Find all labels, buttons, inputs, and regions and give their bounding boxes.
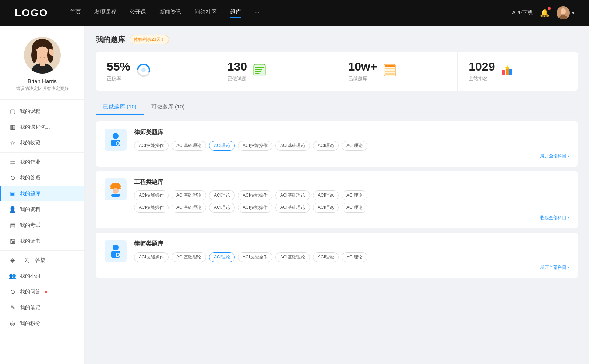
nav-discover[interactable]: 发现课程 — [94, 8, 116, 18]
app-download-button[interactable]: APP下载 — [512, 10, 533, 16]
tag-2-3[interactable]: ACI技能操作 — [238, 190, 272, 200]
course-packs-icon: ▦ — [9, 124, 16, 131]
svg-point-6 — [31, 48, 37, 63]
nav-questionbank[interactable]: 题库 — [230, 8, 241, 18]
stat-label-done-banks: 已做题库 — [348, 75, 377, 82]
sidebar-item-question-bank[interactable]: ▣ 我的题库 — [0, 186, 84, 201]
collapse-link-2[interactable]: 收起全部科目 › — [134, 215, 569, 221]
expand-link-3[interactable]: 展开全部科目 › — [134, 264, 569, 271]
stat-info-ranking: 1029 全站排名 — [469, 61, 495, 82]
tag-2-4[interactable]: ACI基础理论 — [275, 190, 310, 200]
svg-point-1 — [561, 8, 566, 14]
sidebar-item-exam[interactable]: ▤ 我的考试 — [0, 217, 84, 233]
user-profile: Brian Harris 错误的决定比没有决定要好 — [0, 37, 84, 100]
notification-bell-icon[interactable]: 🔔 — [540, 8, 549, 17]
user-avatar-button[interactable]: ▾ — [557, 6, 574, 19]
notification-badge — [548, 7, 551, 10]
svg-rect-16 — [255, 69, 262, 70]
tag-3-5[interactable]: ACI理论 — [313, 252, 339, 262]
my-questions-icon: ⊕ — [9, 288, 16, 295]
sidebar-item-tutor[interactable]: ◈ 一对一答疑 — [0, 252, 84, 268]
logo: LOGO — [15, 7, 48, 19]
tag-3-1[interactable]: ACI基础理论 — [172, 252, 206, 262]
sidebar-item-certificate[interactable]: ▨ 我的证书 — [0, 233, 84, 249]
tag-2b-4[interactable]: ACI基础理论 — [275, 203, 310, 213]
tag-2-1[interactable]: ACI基础理论 — [172, 190, 206, 200]
homework-icon: ☰ — [9, 158, 16, 165]
certificate-icon: ▨ — [9, 238, 16, 245]
tag-1-1[interactable]: ACI基础理论 — [172, 141, 206, 151]
certificate-label: 我的证书 — [20, 238, 40, 245]
nav-opencourse[interactable]: 公开课 — [130, 8, 146, 18]
nav-home[interactable]: 首页 — [70, 8, 81, 18]
sidebar-item-my-qa[interactable]: ⊙ 我的答疑 — [0, 170, 84, 186]
sidebar-item-course-packs[interactable]: ▦ 我的课程包... — [0, 119, 84, 135]
svg-rect-24 — [502, 70, 505, 75]
svg-rect-21 — [385, 68, 395, 69]
exam-label: 我的考试 — [20, 222, 40, 229]
stat-label-accuracy: 正确率 — [107, 75, 130, 82]
bank-name-1: 律师类题库 — [134, 129, 569, 136]
tag-2-6[interactable]: ACI理论 — [342, 190, 367, 200]
tag-1-4[interactable]: ACI基础理论 — [275, 141, 310, 151]
nav-more[interactable]: ··· — [254, 8, 259, 18]
tag-2b-0[interactable]: ACI技能操作 — [134, 203, 169, 213]
profile-label: 我的资料 — [20, 206, 40, 213]
stat-info-done-banks: 10w+ 已做题库 — [348, 61, 377, 82]
tag-3-2[interactable]: ACI理论 — [209, 252, 235, 262]
ranking-icon — [501, 64, 514, 79]
tag-1-3[interactable]: ACI技能操作 — [238, 141, 272, 151]
username: Brian Harris — [28, 78, 57, 84]
svg-point-35 — [113, 245, 119, 250]
divider-2 — [0, 250, 84, 251]
sidebar-item-courses[interactable]: ▢ 我的课程 — [0, 103, 84, 119]
tag-3-6[interactable]: ACI理论 — [342, 252, 367, 262]
sidebar-item-notes[interactable]: ✎ 我的笔记 — [0, 300, 84, 315]
stat-info-done-questions: 130 已做试题 — [228, 61, 247, 82]
bank-item-1: 律师类题库 ACI技能操作 ACI基础理论 ACI理论 ACI技能操作 ACI基… — [96, 121, 578, 167]
tag-2b-2[interactable]: ACI理论 — [209, 203, 235, 213]
sidebar-item-my-questions[interactable]: ⊕ 我的问答 — [0, 284, 84, 300]
tag-2b-5[interactable]: ACI理论 — [313, 203, 339, 213]
tag-3-0[interactable]: ACI技能操作 — [134, 252, 169, 262]
stat-label-ranking: 全站排名 — [469, 75, 495, 82]
bank-name-3: 律师类题库 — [134, 240, 569, 248]
tag-1-0[interactable]: ACI技能操作 — [134, 141, 169, 151]
tag-2-5[interactable]: ACI理论 — [313, 190, 339, 200]
tab-available-banks[interactable]: 可做题库 (10) — [144, 100, 192, 114]
tag-1-6[interactable]: ACI理论 — [342, 141, 367, 151]
notes-label: 我的笔记 — [20, 304, 40, 311]
tag-2-2[interactable]: ACI理论 — [209, 190, 235, 200]
favorites-icon: ☆ — [9, 139, 16, 146]
main-content: 我的题库 体验剩余23天！ 55% 正确率 — [85, 26, 589, 364]
sidebar-item-homework[interactable]: ☰ 我的作业 — [0, 154, 84, 170]
profile-icon: 👤 — [9, 206, 16, 213]
sidebar-item-points[interactable]: ◎ 我的积分 — [0, 315, 84, 331]
stat-value-ranking: 1029 — [469, 61, 495, 72]
sidebar-item-favorites[interactable]: ☆ 我的收藏 — [0, 135, 84, 151]
exam-icon: ▤ — [9, 222, 16, 229]
tag-3-3[interactable]: ACI技能操作 — [238, 252, 272, 262]
tab-done-banks[interactable]: 已做题库 (10) — [96, 100, 144, 114]
sidebar-item-group[interactable]: 👥 我的小组 — [0, 268, 84, 284]
tag-2b-1[interactable]: ACI基础理论 — [172, 203, 206, 213]
tag-2b-6[interactable]: ACI理论 — [342, 203, 367, 213]
sidebar-item-profile[interactable]: 👤 我的资料 — [0, 201, 84, 217]
tag-2-0[interactable]: ACI技能操作 — [134, 190, 169, 200]
group-label: 我的小组 — [20, 273, 40, 279]
nav-qa[interactable]: 问答社区 — [195, 8, 217, 18]
tags-row-2b: ACI技能操作 ACI基础理论 ACI理论 ACI技能操作 ACI基础理论 AC… — [134, 203, 569, 213]
tag-3-4[interactable]: ACI基础理论 — [275, 252, 310, 262]
tag-2b-3[interactable]: ACI技能操作 — [238, 203, 272, 213]
question-bank-icon: ▣ — [9, 190, 16, 197]
svg-rect-17 — [255, 71, 261, 72]
points-label: 我的积分 — [20, 320, 40, 327]
question-bank-label: 我的题库 — [20, 190, 40, 197]
avatar — [557, 6, 570, 19]
expand-link-1[interactable]: 展开全部科目 › — [134, 153, 569, 159]
header-right: APP下载 🔔 ▾ — [512, 6, 574, 19]
nav-news[interactable]: 新闻资讯 — [159, 8, 181, 18]
bank-name-2: 工程类题库 — [134, 178, 569, 186]
tag-1-5[interactable]: ACI理论 — [313, 141, 339, 151]
tag-1-2[interactable]: ACI理论 — [209, 141, 235, 151]
